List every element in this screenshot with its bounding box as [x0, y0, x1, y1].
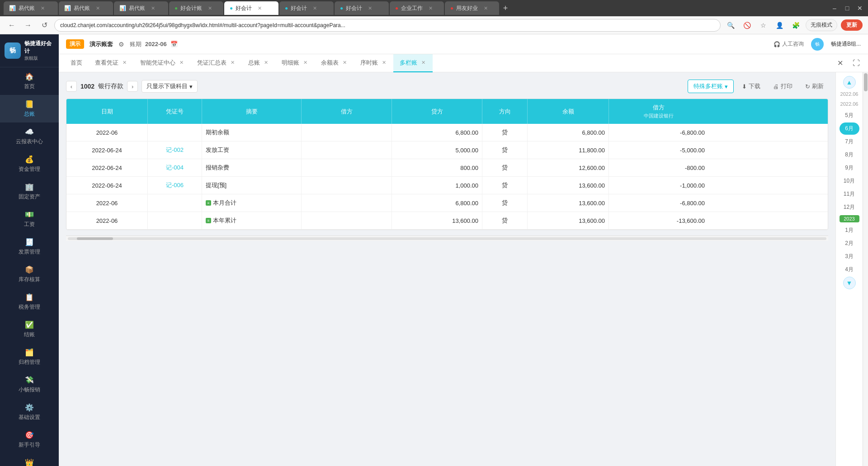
extensions-icon[interactable]: 🧩 [789, 19, 802, 32]
browser-tab-2[interactable]: 📊 易代账 ✕ [59, 1, 113, 15]
tab-close-detail-ledger[interactable]: ✕ [302, 60, 308, 66]
sidebar-item-home[interactable]: 🏠 首页 [0, 67, 59, 95]
tab-close-7[interactable]: ✕ [367, 5, 373, 11]
tab-close-4[interactable]: ✕ [207, 5, 213, 11]
month-2023-4[interactable]: 4月 [840, 264, 859, 276]
browser-tab-8[interactable]: ● 企业工作 ✕ [390, 1, 444, 15]
reload-button[interactable]: ↺ [38, 19, 51, 32]
browser-tab-1[interactable]: 📊 易代账 ✕ [4, 1, 58, 15]
tab-close-balance[interactable]: ✕ [341, 60, 348, 66]
month-2023-3[interactable]: 3月 [840, 250, 859, 263]
browser-maximize[interactable]: □ [843, 4, 852, 13]
sidebar-item-reports[interactable]: ☁️ 云报表中心 [0, 122, 59, 150]
next-account-button[interactable]: › [127, 81, 138, 92]
block-icon[interactable]: 🚫 [741, 19, 753, 32]
tab-close-2[interactable]: ✕ [94, 5, 101, 11]
prev-account-button[interactable]: ‹ [66, 81, 77, 92]
show-sub-dropdown[interactable]: 只显示下级科目 ▾ [142, 80, 198, 93]
tab-close-1[interactable]: ✕ [39, 5, 46, 11]
tab-balance[interactable]: 余额表 ✕ [315, 54, 354, 72]
horizontal-scrollbar[interactable] [66, 235, 828, 241]
sidebar-item-ledger[interactable]: 📒 总账 [0, 95, 59, 122]
month-11[interactable]: 11月 [840, 188, 859, 200]
tab-smart-voucher[interactable]: 智能凭证中心 ✕ [134, 54, 191, 72]
expand-icon[interactable]: ⛶ [850, 57, 863, 70]
browser-tab-3[interactable]: 📊 易代账 ✕ [114, 1, 168, 15]
tab-close-6[interactable]: ✕ [311, 5, 318, 11]
sidebar-item-invoice[interactable]: 🧾 发票管理 [0, 233, 59, 260]
browser-close[interactable]: ✕ [855, 4, 864, 13]
settings-gear-icon[interactable]: ⚙ [118, 41, 124, 48]
tab-close-smart-voucher[interactable]: ✕ [178, 60, 184, 66]
scroll-down-arrow[interactable]: ▼ [843, 277, 856, 289]
search-icon[interactable]: 🔍 [724, 19, 737, 32]
tab-multi-column[interactable]: 多栏账 ✕ [393, 54, 433, 72]
voucher-link[interactable]: 记-006 [166, 181, 184, 189]
wuma-button[interactable]: 无痕模式 [806, 19, 837, 31]
cell-direction: 贷 [482, 141, 528, 159]
tab-close-3[interactable]: ✕ [150, 5, 156, 11]
tab-close-8[interactable]: ✕ [427, 5, 434, 11]
tab-close-9[interactable]: ✕ [482, 5, 489, 11]
month-7[interactable]: 7月 [840, 136, 859, 148]
collapse-icon[interactable]: ✕ [834, 57, 846, 70]
tab-close-chronological[interactable]: ✕ [381, 60, 387, 66]
tab-voucher-summary[interactable]: 凭证汇总表 ✕ [191, 54, 242, 72]
tab-close-general-ledger[interactable]: ✕ [263, 60, 269, 66]
col-header-debit: 借方 [302, 99, 392, 124]
tab-close-voucher-summary[interactable]: ✕ [229, 60, 236, 66]
calendar-icon[interactable]: 📅 [170, 41, 178, 47]
sidebar-item-fixed-assets[interactable]: 🏢 固定资产 [0, 178, 59, 205]
profile-icon[interactable]: 👤 [773, 19, 786, 32]
browser-tab-7[interactable]: ● 好会计 ✕ [335, 1, 389, 15]
browser-tab-5[interactable]: ● 好会计 ✕ [224, 1, 278, 15]
sidebar-item-payroll[interactable]: 💵 工资 [0, 205, 59, 233]
browser-minimize[interactable]: – [830, 4, 839, 13]
forward-button[interactable]: → [22, 19, 34, 32]
refresh-button[interactable]: ↻ 刷新 [801, 80, 828, 93]
tab-chronological[interactable]: 序时账 ✕ [354, 54, 393, 72]
browser-tab-9[interactable]: ● 用友好业 ✕ [445, 1, 499, 15]
month-2023-1[interactable]: 1月 [840, 224, 859, 236]
star-icon[interactable]: ☆ [757, 19, 769, 32]
vertical-scrollbar[interactable] [863, 72, 868, 466]
tab-general-ledger[interactable]: 总账 ✕ [242, 54, 275, 72]
tab-close-5[interactable]: ✕ [256, 5, 263, 11]
tab-close-voucher-view[interactable]: ✕ [121, 60, 127, 66]
scroll-up-arrow[interactable]: ▲ [843, 76, 856, 89]
month-9[interactable]: 9月 [840, 162, 859, 174]
vertical-scroll-thumb[interactable] [864, 73, 868, 91]
sidebar-item-expense[interactable]: 💸 小畅报销 [0, 371, 59, 398]
tab-close-multi-column[interactable]: ✕ [420, 60, 426, 66]
back-button[interactable]: ← [5, 19, 18, 32]
month-10[interactable]: 10月 [840, 175, 859, 187]
new-tab-button[interactable]: + [500, 3, 511, 14]
sidebar-item-membership[interactable]: 👑 畅会员 [0, 453, 59, 466]
tab-home[interactable]: 首页 [64, 54, 89, 72]
sidebar-item-inventory[interactable]: 📦 库存核算 [0, 260, 59, 288]
voucher-link[interactable]: 记-002 [166, 146, 184, 154]
month-8[interactable]: 8月 [840, 149, 859, 161]
browser-tab-6[interactable]: ● 好会计 ✕ [279, 1, 334, 15]
customer-service-button[interactable]: 🎧 人工咨询 [774, 40, 804, 48]
browser-tab-4[interactable]: ● 好会计账 ✕ [169, 1, 223, 15]
print-button[interactable]: 🖨 打印 [769, 80, 797, 93]
month-5[interactable]: 5月 [840, 109, 859, 122]
sidebar-item-settings[interactable]: ⚙️ 基础设置 [0, 398, 59, 426]
month-2023-2[interactable]: 2月 [840, 237, 859, 249]
scroll-thumb[interactable] [77, 237, 113, 240]
sidebar-item-closing[interactable]: ✅ 结账 [0, 315, 59, 343]
sidebar-item-tax[interactable]: 📋 税务管理 [0, 288, 59, 315]
sidebar-item-archive[interactable]: 🗂️ 归档管理 [0, 343, 59, 371]
tab-detail-ledger[interactable]: 明细账 ✕ [275, 54, 315, 72]
special-ledger-button[interactable]: 特殊多栏账 ▾ [688, 80, 734, 93]
sidebar-item-funds[interactable]: 💰 资金管理 [0, 150, 59, 178]
address-input[interactable] [54, 19, 721, 32]
update-button[interactable]: 更新 [841, 19, 863, 31]
sidebar-item-guide[interactable]: 🎯 新手引导 [0, 426, 59, 453]
month-12[interactable]: 12月 [840, 201, 859, 213]
tab-voucher-view[interactable]: 查看凭证 ✕ [89, 54, 134, 72]
month-6[interactable]: 6月 [840, 122, 859, 135]
voucher-link[interactable]: 记-004 [166, 164, 184, 172]
download-button[interactable]: ⬇ 下载 [737, 80, 765, 93]
